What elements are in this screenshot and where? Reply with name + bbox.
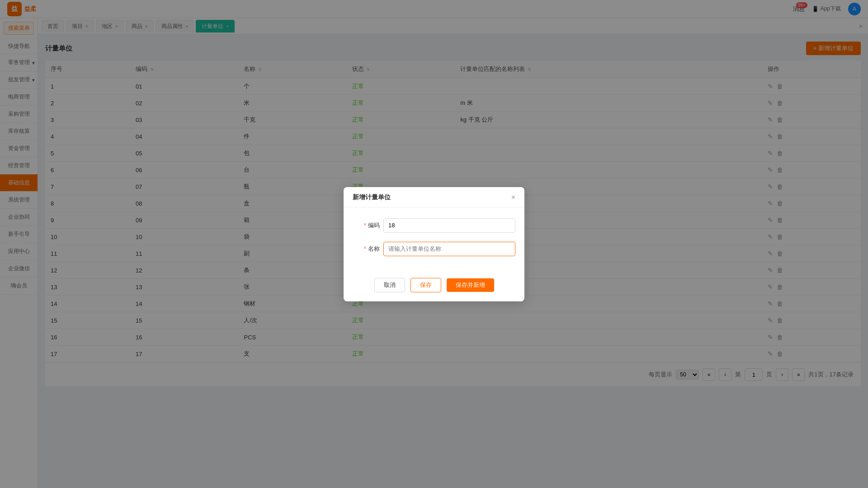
dialog-close-button[interactable]: ×	[511, 193, 515, 202]
save-button[interactable]: 保存	[410, 278, 441, 292]
code-label: *编码	[353, 221, 380, 230]
code-input[interactable]	[383, 218, 515, 233]
dialog-title: 新增计量单位	[353, 193, 391, 202]
add-unit-dialog: 新增计量单位 × *编码 *名称 取消 保存 保存并新增	[344, 187, 524, 301]
name-label: *名称	[353, 245, 380, 253]
required-mark: *	[364, 245, 366, 252]
required-mark: *	[364, 222, 366, 229]
modal-overlay: 新增计量单位 × *编码 *名称 取消 保存 保存并新增	[0, 0, 868, 488]
dialog-footer: 取消 保存 保存并新增	[344, 272, 524, 301]
form-row-code: *编码	[353, 218, 515, 233]
dialog-body: *编码 *名称	[344, 207, 524, 272]
cancel-button[interactable]: 取消	[374, 278, 405, 292]
name-input[interactable]	[383, 242, 515, 256]
dialog-header: 新增计量单位 ×	[344, 187, 524, 207]
save-and-new-button[interactable]: 保存并新增	[447, 278, 494, 292]
form-row-name: *名称	[353, 242, 515, 256]
